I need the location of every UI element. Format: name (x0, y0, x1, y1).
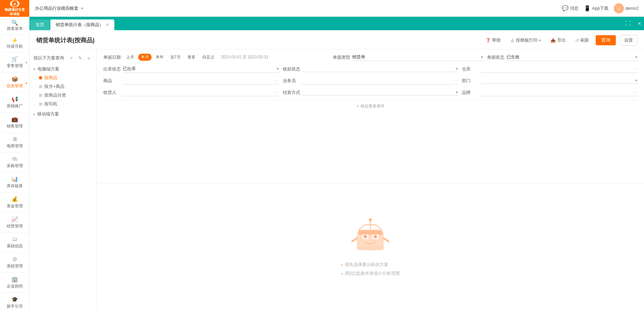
sidebar-item-label-newbie: 新手引导 (7, 304, 23, 309)
collection-status-select[interactable]: ▾ (302, 66, 458, 72)
sidebar-item-sales[interactable]: 💼 销售管理 (0, 113, 29, 133)
payment-method-filter: 结算方式 ▾ (283, 89, 458, 96)
app-download-action[interactable]: 📱 App下载 (584, 5, 608, 11)
tab-home[interactable]: 首页 (30, 19, 50, 30)
filter-row-3: 商品 ··· 业务员 ··· (103, 77, 637, 85)
product-dots-icon[interactable]: ··· (274, 78, 278, 84)
settings-button[interactable]: 设置 (620, 35, 637, 46)
date-tab-this-month[interactable]: 本月 (138, 54, 152, 61)
tab-close-icon[interactable]: ✕ (106, 22, 109, 27)
edit-scheme-button[interactable]: ✎ (77, 55, 84, 61)
wholesale-arrow: ▴ (25, 81, 27, 84)
search-menu[interactable]: 🔍 搜索菜单 (0, 17, 29, 35)
department-chevron-icon: ▾ (635, 78, 637, 83)
quick-nav[interactable]: ⚡ 快捷导航 (0, 35, 29, 52)
help-button[interactable]: ❓ 帮助 (483, 36, 503, 45)
results-area: 请先选择要分析的方案 用[过滤]条件来缩小分析范围 (97, 184, 644, 309)
date-tab-last-month[interactable]: 上月 (123, 54, 137, 61)
sidebar-item-purchase[interactable]: 🛍 采购管理 (0, 153, 29, 172)
system-icon: ⚙ (12, 256, 17, 262)
user-menu[interactable]: 人 demo2 (614, 3, 639, 13)
payment-method-select[interactable]: ▾ (302, 89, 458, 96)
svg-line-13 (384, 238, 389, 242)
warehouse-input[interactable]: ··· (481, 65, 637, 73)
doc-status-filter: 单据状态 已生效 ▾ (487, 53, 637, 61)
sidebar-item-finance[interactable]: 💰 资金管理 (0, 193, 29, 213)
sidebar-item-basic[interactable]: 🗂 基础信息 (0, 233, 29, 253)
edit-icon: ✎ (78, 55, 82, 61)
date-filter-group: 单据日期 上月 本月 本年 近7天 更多 自定义 2023-03-01 至 20… (103, 54, 329, 61)
recipient-dots-icon[interactable]: ··· (274, 89, 278, 95)
department-select[interactable]: ▾ (481, 78, 637, 84)
add-scheme-button[interactable]: ＋ (68, 55, 75, 61)
sidebar-item-ecommerce[interactable]: 🖥 电商管理 (0, 133, 29, 153)
window-close-icon[interactable]: ✕ (635, 21, 644, 26)
department-label: 部门 (462, 78, 479, 84)
export-icon: 📤 (550, 38, 556, 43)
tree-item-pc[interactable]: ▾ 电脑端方案 (30, 65, 96, 73)
topbar: 办公用品行业模拟账套 ▾ 💬 消息 📱 App下载 人 demo2 (30, 0, 644, 17)
by-month-product-label: 按月+商品 (44, 84, 64, 90)
print-button[interactable]: 🖨 按模板打印 ▾ (507, 36, 544, 45)
sidebar-item-enterprise[interactable]: 🏢 企业协同 (0, 273, 29, 293)
sidebar-item-marketing[interactable]: 📢 营销推广 (0, 93, 29, 113)
refresh-button[interactable]: ↺ 刷新 (573, 36, 592, 45)
salesperson-dots-icon[interactable]: ··· (453, 78, 458, 84)
pc-label: 电脑端方案 (38, 66, 59, 72)
username: demo2 (625, 6, 639, 11)
query-button[interactable]: 查询 (596, 35, 616, 45)
product-filter: 商品 ··· (103, 77, 279, 85)
wholesale-icon: 📦 (11, 76, 18, 82)
department-filter: 部门 ▾ (462, 78, 637, 84)
tab-sales-stat[interactable]: 销货单统计表（按商品） ✕ (50, 19, 114, 30)
date-filter-label: 单据日期 (103, 54, 121, 60)
svg-point-10 (364, 235, 367, 238)
empty-tips: 请先选择要分析的方案 用[过滤]条件来缩小分析范围 (341, 260, 399, 278)
message-action[interactable]: 💬 消息 (562, 5, 579, 11)
tree-item-by-product[interactable]: 按商品 (36, 73, 96, 82)
doc-status-select[interactable]: 已生效 ▾ (506, 53, 637, 61)
sidebar-item-label-purchase: 采购管理 (7, 163, 23, 169)
date-tab-this-year[interactable]: 本年 (153, 54, 166, 61)
sidebar-item-newbie[interactable]: 🎓 新手引导 (0, 293, 29, 310)
date-tab-custom[interactable]: 自定义 (200, 54, 217, 61)
date-tab-more[interactable]: 更多 (185, 54, 198, 61)
by-scanner-icon: ⊞ (39, 102, 42, 106)
warehouse-status-select[interactable]: 已出库 ▾ (123, 65, 279, 73)
by-product-label: 按商品 (44, 75, 57, 81)
sidebar-item-label-system: 系统管理 (7, 263, 23, 269)
sidebar-item-operations[interactable]: 📈 经营管理 (0, 213, 29, 233)
collapse-panel-button[interactable]: « (86, 55, 92, 61)
sales-icon: 💼 (11, 116, 18, 122)
tab-maximize-icon[interactable]: ⛶ (622, 20, 635, 27)
tree-item-by-month-product[interactable]: ⊞ 按月+商品 (36, 82, 96, 91)
by-category-icon: ⊞ (39, 93, 42, 98)
product-input[interactable]: ··· (122, 77, 279, 85)
tree-item-by-scanner[interactable]: ⊞ 按司机 (36, 100, 96, 108)
collapse-button[interactable]: ∧ 收起更多条件 (103, 100, 637, 112)
recipient-input[interactable]: ··· (122, 89, 279, 96)
sidebar-item-system[interactable]: ⚙ 系统管理 (0, 253, 29, 273)
export-button[interactable]: 📤 导出 (548, 36, 569, 45)
date-tab-7days[interactable]: 近7天 (168, 54, 183, 61)
tree-item-mobile-label[interactable]: ▸ 移动端方案 (30, 110, 96, 118)
tab-sales-stat-label: 销货单统计表（按商品） (56, 22, 104, 28)
add-icon: ＋ (69, 55, 74, 61)
sidebar-item-wholesale[interactable]: 📦 批发管理 ▴ (0, 72, 29, 93)
doc-status-label: 单据状态 (487, 54, 504, 60)
brand-input[interactable]: ··· (481, 89, 637, 96)
warehouse-filter: 仓库 ··· (462, 65, 637, 73)
sidebar-item-label-marketing: 营销推广 (7, 103, 23, 109)
salesperson-input[interactable]: ··· (302, 77, 458, 85)
export-label: 导出 (557, 37, 566, 43)
retail-arrow: ▾ (25, 60, 27, 64)
refresh-label: 刷新 (580, 37, 589, 43)
tree-item-by-category[interactable]: ⊞ 按商品分类 (36, 91, 96, 100)
brand-dots-icon[interactable]: ··· (633, 89, 637, 95)
app-version: 标准版 (10, 12, 20, 16)
sidebar-item-retail[interactable]: 🛒 零售管理 ▾ (0, 52, 29, 72)
warehouse-dots-icon[interactable]: ··· (633, 66, 637, 72)
sidebar-item-inventory[interactable]: 📊 库存核算 (0, 172, 29, 193)
industry-dropdown[interactable]: ▾ (81, 6, 83, 11)
doc-type-select[interactable]: 销货单 ▾ (352, 53, 483, 61)
